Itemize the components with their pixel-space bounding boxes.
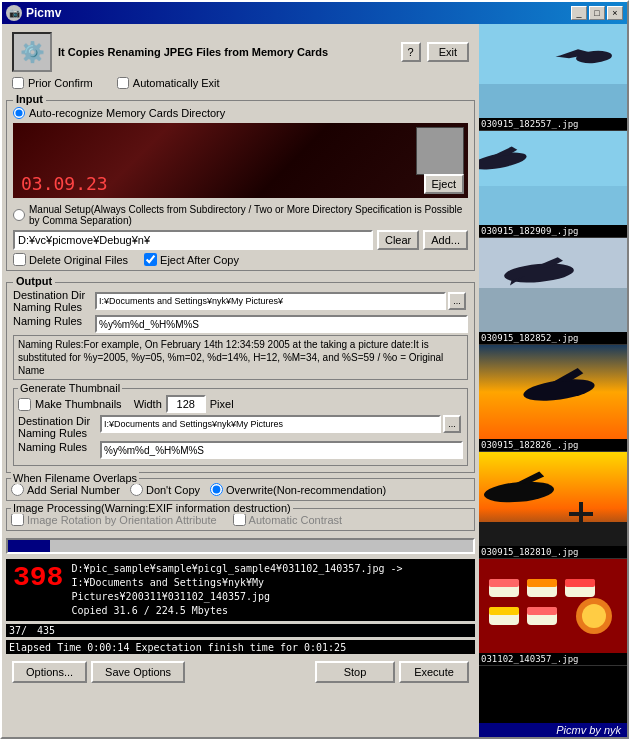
thumbnail-2[interactable]: 030915_182909_.jpg [479,131,627,238]
dest-dir-input[interactable] [95,292,446,310]
thumbnail-1[interactable]: 030915_182557_.jpg [479,24,627,131]
thumbnail-group: Generate Thumbnail Make Thumbnails Width… [13,388,468,466]
svg-rect-22 [565,579,595,587]
app-title: It Copies Renaming JPEG Files from Memor… [58,46,395,58]
input-group: Input Auto-recognize Memory Cards Direct… [6,100,475,271]
clear-button[interactable]: Clear [377,230,419,250]
make-thumbnails-checkbox[interactable] [18,398,31,411]
right-spacer [479,666,627,723]
main-window: 📷 Picmv _ □ × ⚙️ It Copies Renaming JPEG… [0,0,629,739]
thumb-browse-btn[interactable]: ... [443,415,461,433]
prior-confirm-checkbox[interactable] [12,77,24,89]
width-label: Width [134,398,162,410]
svg-rect-24 [489,607,519,615]
execute-button[interactable]: Execute [399,661,469,683]
preview-date: 03.09.23 [21,173,108,194]
thumb-label-4: 030915_182826_.jpg [479,439,627,451]
svg-rect-1 [479,84,627,118]
thumbnail-5[interactable]: 030915_182810_.jpg [479,452,627,559]
naming-rules-row: Naming Rules [13,315,468,333]
left-panel: ⚙️ It Copies Renaming JPEG Files from Me… [2,24,479,737]
thumbnail-6[interactable]: 031102_140357_.jpg [479,559,627,666]
progress-bar-fill [8,540,50,552]
thumb-naming-input[interactable] [100,441,463,459]
thumb-naming-row: Naming Rules [18,441,463,459]
thumb-label-5: 030915_182810_.jpg [479,546,627,558]
rotation-checkbox[interactable] [11,513,24,526]
eject-after-copy-label: Eject After Copy [144,253,239,266]
progress-bar [6,538,475,554]
close-button[interactable]: × [607,6,623,20]
header-area: ⚙️ It Copies Renaming JPEG Files from Me… [6,28,475,74]
log-area: 398 D:¥pic_sample¥sample¥picgl_sample4¥0… [6,559,475,621]
save-options-button[interactable]: Save Options [91,661,185,683]
add-serial-option: Add Serial Number [11,483,120,496]
thumb-label-3: 030915_182852_.jpg [479,332,627,344]
title-bar-left: 📷 Picmv [6,5,61,21]
img-proc-group: Image Processing(Warning:EXIF informatio… [6,508,475,531]
overwrite-radio[interactable] [210,483,223,496]
help-button[interactable]: ? [401,42,421,62]
thumb-dest-input[interactable] [100,415,441,433]
manual-radio[interactable] [13,209,25,221]
path-row: Clear Add... [13,230,468,250]
svg-rect-12 [479,522,627,546]
app-icon: ⚙️ [12,32,52,72]
thumb-img-4 [479,345,627,439]
auto-exit-checkbox[interactable] [117,77,129,89]
count-total: 435 [37,625,55,636]
elapsed-row: Elapsed Time 0:00:14 Expectation finish … [6,640,475,654]
dest-dir-row: Destination DirNaming Rules ... [13,289,468,313]
output-group: Output Destination DirNaming Rules ... N… [6,282,475,473]
thumb-img-6 [479,559,627,653]
eject-button[interactable]: Eject [424,174,464,194]
minimize-button[interactable]: _ [571,6,587,20]
dest-dir-browse[interactable]: ... [448,292,466,310]
eject-after-copy-checkbox[interactable] [144,253,157,266]
delete-original-label: Delete Original Files [13,253,128,266]
contrast-checkbox[interactable] [233,513,246,526]
exit-button[interactable]: Exit [427,42,469,62]
auto-radio[interactable] [13,107,25,119]
main-content: ⚙️ It Copies Renaming JPEG Files from Me… [2,24,627,737]
maximize-button[interactable]: □ [589,6,605,20]
svg-point-28 [582,604,606,628]
thumbnail-width-input[interactable] [166,395,206,413]
naming-note: Naming Rules:For example, On February 14… [13,335,468,380]
auto-exit-label: Automatically Exit [133,77,220,89]
overlap-options: Add Serial Number Don't Copy Overwrite(N… [11,483,470,496]
svg-rect-14 [569,512,593,516]
svg-rect-7 [479,288,627,332]
naming-rules-input[interactable] [95,315,468,333]
stop-button[interactable]: Stop [315,661,395,683]
rotation-text: Image Rotation by Orientation Attribute [27,514,217,526]
img-proc-title: Image Processing(Warning:EXIF informatio… [11,502,293,514]
status-row: 37/ 435 [6,624,475,637]
path-input[interactable] [13,230,373,250]
manual-radio-label: Manual Setup(Always Collects from Subdir… [29,204,468,226]
thumbnail-4[interactable]: 030915_182826_.jpg [479,345,627,452]
thumb-img-5 [479,452,627,546]
dont-copy-radio[interactable] [130,483,143,496]
options-button[interactable]: Options... [12,661,87,683]
right-panel: 030915_182557_.jpg 030915_182909_.jpg [479,24,627,737]
small-preview [416,127,464,175]
counter-display: 398 [9,562,67,618]
thumbnail-3[interactable]: 030915_182852_.jpg [479,238,627,345]
overlap-group-title: When Filename Overlaps [11,472,139,484]
svg-rect-20 [527,579,557,587]
elapsed-text: Elapsed Time 0:00:14 Expectation finish … [9,642,346,653]
svg-rect-4 [479,186,627,225]
add-button[interactable]: Add... [423,230,468,250]
delete-original-checkbox[interactable] [13,253,26,266]
img-proc-options: Image Rotation by Orientation Attribute … [11,513,470,526]
thumb-img-2 [479,131,627,225]
thumb-img-1 [479,24,627,118]
app-icon-small: 📷 [6,5,22,21]
output-group-title: Output [13,275,55,287]
count-current: 37/ [9,625,27,636]
add-serial-radio[interactable] [11,483,24,496]
thumb-naming-label: Naming Rules [18,441,98,459]
overlap-group: When Filename Overlaps Add Serial Number… [6,478,475,501]
preview-area: 03.09.23 Eject [13,123,468,198]
